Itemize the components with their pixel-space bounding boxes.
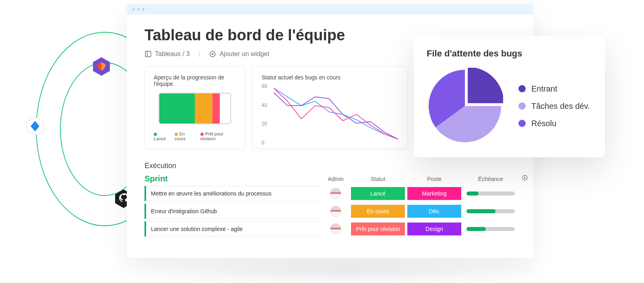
progress-card: Aperçu de la progression de l'équipe Lan… [144,67,245,149]
pie-legend-item: Tâches des dév. [518,102,590,111]
progress-legend: Lancé En cours Prêt pour révision [154,131,236,141]
add-column-button[interactable] [519,175,531,183]
pie-legend-item: Entrant [518,84,590,94]
avatar[interactable] [330,223,341,235]
window-titlebar [127,4,533,15]
boards-count-label: Tableaux / 3 [155,50,190,58]
bug-queue-card: File d'attente des bugs EntrantTâches de… [414,36,605,157]
toolbar-separator: | [198,50,200,58]
execution-section: Exécution Sprint Admin Statut Poste Éché… [144,162,522,237]
pie-legend-item: Résolu [518,119,590,128]
due-progress [466,227,515,231]
due-progress [466,209,515,213]
sprint-header: Sprint Admin Statut Poste Échéance [144,174,522,183]
add-widget-button[interactable]: Ajouter un widget [209,50,269,58]
plus-circle-icon [522,175,528,181]
y-tick-label: 20 [262,121,267,127]
sprint-group-label[interactable]: Sprint [144,174,322,183]
line-chart: 0204060 [262,86,398,143]
execution-title: Exécution [144,162,522,170]
svg-rect-9 [145,51,151,57]
bug-queue-legend: EntrantTâches des dév.Résolu [518,84,590,128]
svg-marker-2 [93,57,110,76]
status-badge[interactable]: Lancé [351,187,405,200]
svg-marker-4 [97,62,101,71]
progress-card-title: Aperçu de la progression de l'équipe [154,74,236,87]
progress-seg-launched [159,94,195,123]
svg-marker-6 [27,117,43,135]
y-tick-label: 60 [262,83,267,89]
progress-seg-ready [213,94,220,123]
y-tick-label: 0 [262,140,264,146]
role-badge[interactable]: Marketing [407,187,461,200]
jira-icon [25,116,45,136]
avatar[interactable] [330,206,341,217]
status-badge[interactable]: En cours [351,205,405,218]
table-row[interactable]: Mettre en œuvre les améliorations du pro… [144,186,522,201]
due-progress [466,191,515,196]
bug-queue-title: File d'attente des bugs [427,48,592,59]
role-badge[interactable]: Design [407,223,461,235]
boards-count-button[interactable]: Tableaux / 3 [144,50,190,58]
legend-ready: Prêt pour révision [200,131,223,141]
task-name-cell[interactable]: Erreur d'intégration Github [144,204,322,219]
add-widget-label: Ajouter un widget [219,50,269,58]
y-tick-label: 40 [262,102,267,108]
task-name-cell[interactable]: Mettre en œuvre les améliorations du pro… [144,186,322,201]
table-row[interactable]: Erreur d'intégration GithubEn coursDév. [144,204,522,219]
role-badge[interactable]: Dév. [407,205,461,218]
linechart-card-title: Statut actuel des bugs en cours [262,74,398,81]
status-badge[interactable]: Prêt pour révision [351,223,405,235]
progress-battery [159,93,231,124]
task-name-cell[interactable]: Lancer une solution complexe - agile [144,221,322,237]
table-row[interactable]: Lancer une solution complexe - agilePrêt… [144,221,522,237]
gitlab-icon [91,56,111,77]
bug-queue-pie [427,68,503,144]
svg-marker-3 [99,62,104,69]
layout-icon [144,50,152,58]
col-status: Statut [350,176,406,182]
col-due: Échéance [462,176,519,182]
col-admin: Admin [322,176,350,182]
avatar[interactable] [330,188,341,199]
plus-circle-icon [209,50,216,58]
progress-seg-inprogress [195,94,213,123]
legend-launched: Lancé [154,136,166,141]
col-role: Poste [406,176,462,182]
linechart-card: Statut actuel des bugs en cours 0204060 [252,67,407,149]
svg-marker-5 [101,62,106,71]
svg-marker-7 [31,121,39,131]
